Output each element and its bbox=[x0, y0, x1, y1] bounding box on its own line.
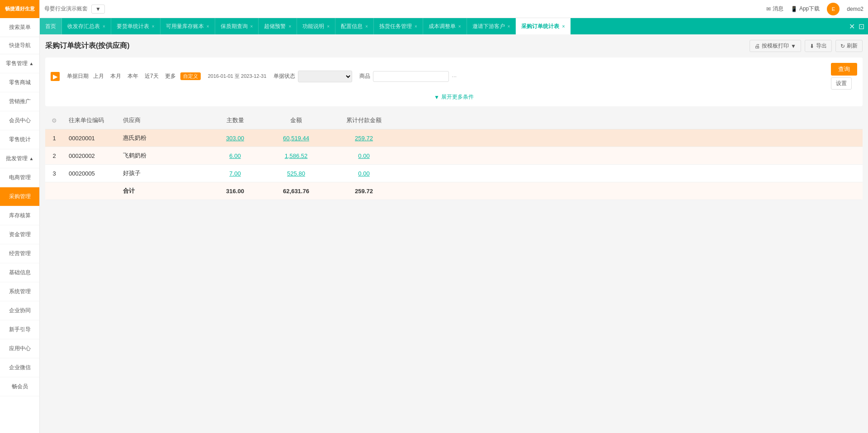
tab-goods-stats[interactable]: 要货单统计表× bbox=[111, 18, 160, 34]
sidebar-item-app-center[interactable]: 应用中心 bbox=[0, 339, 39, 358]
last-7-days-button[interactable]: 近7天 bbox=[143, 71, 160, 81]
tab-close-config[interactable]: × bbox=[365, 24, 368, 29]
date-quick-buttons: 上月 本月 本年 近7天 更多 自定义 bbox=[91, 71, 201, 81]
table-row[interactable]: 2 00020002 飞鹤奶粉 6.00 1,586.52 0.00 bbox=[45, 147, 863, 165]
sidebar-item-finance[interactable]: 资金管理 bbox=[0, 225, 39, 244]
cell-code-2: 00020005 bbox=[63, 165, 118, 182]
cell-num-0: 1 bbox=[45, 129, 63, 147]
sidebar-item-retail-shop[interactable]: 零售商城 bbox=[0, 73, 39, 92]
table-row[interactable]: 3 00020005 好孩子 7.00 525.80 0.00 bbox=[45, 165, 863, 182]
tab-label-avail-stock: 可用量库存账本 bbox=[166, 23, 204, 30]
qty-link-0[interactable]: 303.00 bbox=[226, 135, 244, 142]
cell-supplier-1: 飞鹤奶粉 bbox=[118, 147, 208, 165]
table-footer: 合计 316.00 62,631.76 259.72 bbox=[45, 182, 863, 200]
footer-label: 合计 bbox=[118, 182, 208, 200]
quick-nav-button[interactable]: 快捷导航 bbox=[2, 40, 38, 51]
tab-close-invite[interactable]: × bbox=[508, 24, 510, 29]
refresh-button[interactable]: ↻ 刷新 bbox=[835, 40, 863, 52]
tab-close-goods-stats[interactable]: × bbox=[152, 24, 155, 29]
tab-close-func-desc[interactable]: × bbox=[327, 24, 330, 29]
table-row[interactable]: 1 00020001 惠氏奶粉 303.00 60,519.44 259.72 bbox=[45, 129, 863, 147]
th-paid: 累计付款金额 bbox=[330, 112, 398, 129]
tab-avail-stock[interactable]: 可用量库存账本× bbox=[160, 18, 215, 34]
tabbar-expand-button[interactable]: ⊡ bbox=[859, 22, 864, 31]
sidebar-item-purchase-mgmt[interactable]: 采购管理 bbox=[0, 187, 39, 206]
this-year-button[interactable]: 本年 bbox=[126, 71, 140, 81]
sidebar-item-sys-mgmt[interactable]: 系统管理 bbox=[0, 282, 39, 301]
sidebar-item-retail-mgmt[interactable]: 零售管理▲ bbox=[0, 54, 39, 73]
status-select[interactable] bbox=[298, 71, 352, 82]
search-menu-button[interactable]: 搜索菜单 bbox=[2, 22, 38, 33]
tab-config[interactable]: 配置信息× bbox=[335, 18, 374, 34]
tab-close-expire-query[interactable]: × bbox=[250, 24, 253, 29]
tab-close-cost-adj[interactable]: × bbox=[458, 24, 461, 29]
sidebar-item-batch-mgmt[interactable]: 批发管理▲ bbox=[0, 149, 39, 168]
account-dropdown[interactable]: ▼ bbox=[91, 5, 105, 14]
sidebar-item-new-guide[interactable]: 新手引导 bbox=[0, 320, 39, 339]
cell-qty-2: 7.00 bbox=[208, 165, 262, 182]
sidebar-item-retail-stats[interactable]: 零售统计 bbox=[0, 130, 39, 149]
tab-close-overstock[interactable]: × bbox=[288, 24, 291, 29]
tab-close-avail-stock[interactable]: × bbox=[207, 24, 209, 29]
filter-panel: ▶ 单据日期 上月 本月 本年 近7天 更多 自定义 2016-01-01 至 … bbox=[45, 57, 863, 106]
footer-amount: 62,631.76 bbox=[262, 182, 330, 200]
sidebar-item-member[interactable]: 会员中心 bbox=[0, 111, 39, 130]
sidebar-item-ops-mgmt[interactable]: 经营管理 bbox=[0, 244, 39, 263]
filter-toggle-button[interactable]: ▶ bbox=[51, 72, 60, 81]
custom-date-tag[interactable]: 自定义 bbox=[180, 72, 201, 80]
avatar[interactable]: E bbox=[827, 3, 840, 15]
settings-button[interactable]: 设置 bbox=[831, 77, 852, 90]
sidebar-item-basic-info[interactable]: 基础信息 bbox=[0, 263, 39, 282]
tabbar-close-button[interactable]: ✕ bbox=[849, 22, 855, 31]
amount-link-2[interactable]: 525.80 bbox=[287, 170, 305, 177]
amount-link-1[interactable]: 1,586.52 bbox=[285, 152, 308, 159]
username[interactable]: demo2 bbox=[847, 6, 863, 12]
query-button[interactable]: 查询 bbox=[831, 63, 857, 76]
th-code: 往来单位编码 bbox=[63, 112, 118, 129]
column-settings-icon[interactable]: ⚙ bbox=[52, 117, 57, 124]
goods-input[interactable] bbox=[373, 71, 449, 82]
message-button[interactable]: ✉ 消息 bbox=[766, 5, 783, 13]
paid-link-0[interactable]: 259.72 bbox=[355, 135, 373, 142]
page-actions: 🖨 按模板打印 ▼ ⬇ 导出 ↻ 刷新 bbox=[750, 40, 863, 52]
amount-link-0[interactable]: 60,519.44 bbox=[283, 135, 309, 142]
expand-more-button[interactable]: ▼ 展开更多条件 bbox=[434, 93, 474, 101]
sidebar-item-wechat[interactable]: 企业微信 bbox=[0, 358, 39, 377]
tab-overstock[interactable]: 超储预警× bbox=[259, 18, 297, 34]
tab-cost-adj[interactable]: 成本调整单× bbox=[423, 18, 467, 34]
tab-invite[interactable]: 邀请下游客户× bbox=[467, 18, 516, 34]
tab-close-recv-send[interactable]: × bbox=[103, 24, 105, 29]
this-month-button[interactable]: 本月 bbox=[108, 71, 123, 81]
sidebar-item-vip[interactable]: 畅会员 bbox=[0, 377, 39, 396]
sidebar-item-inventory[interactable]: 库存核算 bbox=[0, 206, 39, 225]
qty-link-2[interactable]: 7.00 bbox=[229, 170, 241, 177]
tab-func-desc[interactable]: 功能说明× bbox=[297, 18, 335, 34]
refresh-icon: ↻ bbox=[840, 43, 845, 49]
paid-link-1[interactable]: 0.00 bbox=[358, 152, 369, 159]
more-date-button[interactable]: 更多 bbox=[163, 71, 178, 81]
sidebar-item-ecom-mgmt[interactable]: 电商管理 bbox=[0, 168, 39, 187]
tab-recv-send[interactable]: 收发存汇总表× bbox=[62, 18, 111, 34]
tab-pick-task[interactable]: 拣货任务管理× bbox=[374, 18, 423, 34]
expand-label: 展开更多条件 bbox=[441, 93, 474, 101]
sidebar-item-enterprise[interactable]: 企业协同 bbox=[0, 301, 39, 320]
tab-expire-query[interactable]: 保质期查询× bbox=[215, 18, 259, 34]
sidebar-item-marketing[interactable]: 营销推广 bbox=[0, 92, 39, 111]
cell-supplier-2: 好孩子 bbox=[118, 165, 208, 182]
print-label: 按模板打印 bbox=[762, 42, 789, 50]
paid-link-2[interactable]: 0.00 bbox=[358, 170, 369, 177]
tab-label-home: 首页 bbox=[45, 23, 56, 30]
export-button[interactable]: ⬇ 导出 bbox=[805, 40, 832, 52]
tab-label-cost-adj: 成本调整单 bbox=[429, 23, 456, 30]
last-month-button[interactable]: 上月 bbox=[91, 71, 106, 81]
query-actions: 查询 设置 bbox=[831, 63, 857, 90]
app-download-button[interactable]: 📱 App下载 bbox=[791, 5, 820, 13]
tab-home[interactable]: 首页 bbox=[40, 18, 62, 34]
print-button[interactable]: 🖨 按模板打印 ▼ bbox=[750, 40, 801, 52]
tab-purchase-stats[interactable]: 采购订单统计表× bbox=[516, 18, 571, 34]
cell-qty-1: 6.00 bbox=[208, 147, 262, 165]
tab-close-purchase-stats[interactable]: × bbox=[562, 24, 565, 29]
th-amount: 金额 bbox=[262, 112, 330, 129]
tab-close-pick-task[interactable]: × bbox=[415, 24, 417, 29]
qty-link-1[interactable]: 6.00 bbox=[229, 152, 241, 159]
